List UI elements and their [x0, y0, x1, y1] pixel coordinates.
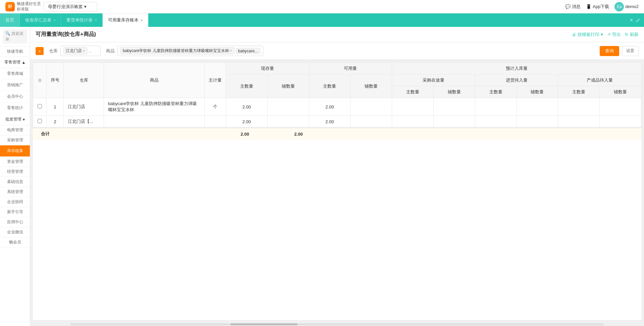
cell-unit: [205, 116, 226, 128]
warehouse-label: 仓库: [49, 48, 58, 54]
export-icon: ↗: [607, 32, 611, 37]
cell-checkbox[interactable]: [33, 116, 47, 128]
cell-stock-main: 2.00: [226, 116, 268, 128]
template-print-btn[interactable]: 🖨 按模板打印 ▾: [572, 32, 603, 38]
sidebar-item-ecommerce[interactable]: 电商管理: [0, 125, 30, 135]
product-tag-2: babycare...: [236, 48, 260, 54]
scroll-track[interactable]: [70, 323, 604, 325]
messages-btn[interactable]: 💬 消息: [565, 4, 581, 10]
search-input[interactable]: 🔍 搜索菜单: [3, 30, 27, 44]
warehouse-tag: 江北门店 ×: [63, 47, 87, 54]
th-checkbox[interactable]: ⚙: [33, 63, 47, 98]
sidebar-item-retail[interactable]: 零售管理 ▲: [0, 57, 30, 68]
filter-bar: » 仓库 江北门店 × ... 商品 babycare学饮杯 儿童防摔防撞吸管杯…: [30, 42, 644, 60]
cell-pur-transit-aux: [433, 116, 475, 128]
cell-unit: 个: [205, 98, 226, 116]
warehouse-tag-container[interactable]: 江北门店 × ...: [60, 46, 101, 56]
app-download-btn[interactable]: 📱 App下载: [586, 4, 609, 10]
warehouse-more[interactable]: ...: [89, 49, 92, 53]
cell-avail-main: 2.00: [309, 116, 351, 128]
sidebar-item-inventory[interactable]: 库存核算: [0, 145, 30, 157]
warehouse-filter: 仓库 江北门店 × ...: [49, 46, 101, 56]
th-num: 序号: [47, 63, 64, 98]
stock-table: ⚙ 序号 仓库 商品 主计量: [33, 62, 641, 128]
logo-text: 畅捷通好生意 标准版: [17, 1, 41, 12]
product-tag-1-close[interactable]: ×: [230, 49, 232, 53]
sidebar-item-new-guide[interactable]: 新手引导: [0, 207, 30, 217]
sidebar-item-app-center[interactable]: 应用中心: [0, 217, 30, 227]
th-prod-main: 主数量: [558, 86, 600, 98]
product-tag-container[interactable]: babycare学饮杯 儿童防摔防撞吸管杯重力球吸嘴杯宝宝水杯 × babyca…: [117, 46, 263, 56]
sidebar-item-vip[interactable]: 畅会员: [0, 237, 30, 247]
logo-area: 好 畅捷通好生意 标准版: [5, 1, 41, 12]
sidebar-item-retail-stats[interactable]: 零售统计: [0, 102, 30, 114]
tab-order-stats[interactable]: 要货单统计表 ×: [61, 13, 102, 27]
industry-selector[interactable]: 母婴行业演示账套 ▾: [44, 2, 97, 11]
content-area: 可用量查询(按仓库+商品) 🖨 按模板打印 ▾ ↗ 导出 ↻ 刷新: [30, 27, 644, 326]
th-inbound-waiting-group: 进货待入量: [475, 75, 558, 86]
user-menu[interactable]: Ea demo2: [614, 2, 639, 11]
message-icon: 💬: [565, 4, 571, 9]
sidebar-item-wholesale[interactable]: 批发管理 ▾: [0, 114, 30, 125]
tab-home[interactable]: 首页: [0, 13, 20, 27]
page-header: 可用量查询(按仓库+商品) 🖨 按模板打印 ▾ ↗ 导出 ↻ 刷新: [30, 27, 644, 42]
cell-inbound-main: [475, 98, 517, 116]
chevron-down-icon: ▾: [23, 117, 25, 122]
download-icon: 📱: [586, 4, 591, 9]
tab-close-all-icon[interactable]: ×: [630, 17, 633, 23]
footer-label: 合计: [41, 131, 81, 137]
cell-stock-aux: [267, 98, 309, 116]
cell-avail-aux: [351, 98, 392, 116]
top-bar-left: 好 畅捷通好生意 标准版 母婴行业演示账套 ▾: [5, 1, 97, 12]
filter-expand-btn[interactable]: »: [36, 47, 44, 55]
sidebar-item-member[interactable]: 会员中心: [0, 91, 30, 102]
th-avail-main: 主数量: [309, 75, 351, 98]
tab-close-order[interactable]: ×: [95, 18, 97, 22]
cell-checkbox[interactable]: [33, 98, 47, 116]
product-tag-1: babycare学饮杯 儿童防摔防撞吸管杯重力球吸嘴杯宝宝水杯 ×: [120, 47, 234, 54]
th-stock-aux: 辅数量: [267, 75, 309, 98]
tab-expand-icon[interactable]: ⤢: [636, 17, 640, 24]
query-btn[interactable]: 查询: [600, 46, 619, 56]
cell-prod-main: [558, 116, 600, 128]
product-filter: 商品 babycare学饮杯 儿童防摔防撞吸管杯重力球吸嘴杯宝宝水杯 × bab…: [106, 46, 263, 56]
sidebar-item-system[interactable]: 系统管理: [0, 187, 30, 197]
sidebar-item-marketing[interactable]: 营销推广: [0, 80, 30, 91]
tab-receipt-summary[interactable]: 收发存汇总表 ×: [20, 13, 61, 27]
chevron-down-icon: ▾: [84, 4, 87, 9]
refresh-btn[interactable]: ↻ 刷新: [625, 32, 639, 38]
sidebar-search-area[interactable]: 🔍 搜索菜单: [0, 27, 30, 47]
product-label: 商品: [106, 48, 115, 54]
sidebar-item-enterprise-wechat[interactable]: 企业微信: [0, 227, 30, 237]
settings-btn[interactable]: 设置: [622, 46, 639, 56]
warehouse-tag-close[interactable]: ×: [83, 49, 85, 53]
gear-icon[interactable]: ⚙: [38, 78, 42, 83]
sidebar-item-quick-nav[interactable]: 快捷导航: [0, 47, 30, 57]
top-bar: 好 畅捷通好生意 标准版 母婴行业演示账套 ▾ 💬 消息 📱 App下载 Ea …: [0, 0, 644, 13]
sidebar-item-finance[interactable]: 资金管理: [0, 157, 30, 167]
cell-inbound-aux: [517, 116, 558, 128]
page-header-actions: 🖨 按模板打印 ▾ ↗ 导出 ↻ 刷新: [572, 32, 639, 38]
tab-available-stock[interactable]: 可用量库存账本 ×: [103, 13, 148, 27]
print-icon: 🖨: [572, 32, 576, 37]
th-purchase-transit-group: 采购在途量: [392, 75, 475, 86]
th-stock-main: 主数量: [226, 75, 268, 98]
export-btn[interactable]: ↗ 导出: [607, 32, 621, 38]
cell-pur-transit-main: [392, 116, 434, 128]
horizontal-scrollbar[interactable]: [30, 323, 644, 326]
scroll-thumb[interactable]: [230, 323, 298, 325]
cell-inbound-main: [475, 116, 517, 128]
th-main-unit: 主计量: [205, 63, 226, 98]
sidebar-item-purchase[interactable]: 采购管理: [0, 135, 30, 145]
cell-prod-aux: [600, 116, 641, 128]
cell-product: [104, 116, 205, 128]
logo-icon: 好: [5, 2, 15, 11]
sidebar-item-enterprise[interactable]: 企业协同: [0, 197, 30, 207]
chevron-up-icon: ▲: [22, 60, 26, 65]
sidebar-item-retail-mall[interactable]: 零售商城: [0, 68, 30, 80]
sidebar-item-operations[interactable]: 经营管理: [0, 167, 30, 177]
sidebar-item-base-info[interactable]: 基础信息: [0, 177, 30, 187]
tab-close-available[interactable]: ×: [141, 18, 143, 22]
table-container: ⚙ 序号 仓库 商品 主计量: [33, 62, 641, 320]
tab-close-receipt[interactable]: ×: [53, 18, 55, 22]
